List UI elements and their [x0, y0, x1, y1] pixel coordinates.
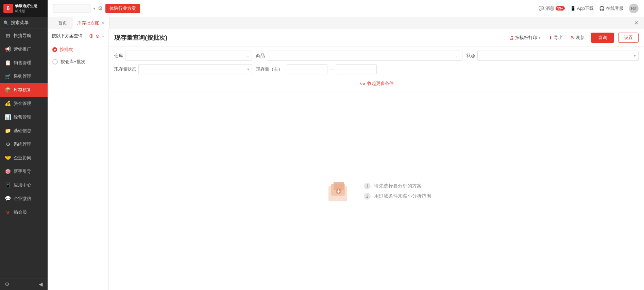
topbar: ▾ ⚙ 体验行业方案 💬 消息 99+ 📱 App下载 🎧 在线客服 Rit	[48, 0, 644, 17]
sidebar-item-operations[interactable]: 📊 经营管理	[0, 110, 48, 124]
qty-separator: —	[329, 67, 334, 72]
sidebar-collapse-icon[interactable]: ◀	[39, 281, 43, 287]
stock-status-field: 现存量状态 ▾	[114, 64, 252, 74]
system-icon: ⚙	[5, 141, 11, 147]
filter-panel: 按以下方案查询 ⊕ ⊙ « 按批次 按仓库+批次	[48, 29, 109, 290]
tab-close-icon[interactable]: ✕	[102, 21, 105, 25]
sidebar-item-purchase[interactable]: 🛒 采购管理	[0, 70, 48, 83]
user-avatar[interactable]: Rit	[629, 4, 639, 13]
topbar-gear-icon[interactable]: ⚙	[98, 5, 103, 12]
warehouse-field: 仓库 ···	[114, 51, 252, 61]
condition-row-1: 仓库 ··· 商品 ··· 状态	[114, 51, 639, 61]
filter-panel-actions: ⊕ ⊙ «	[89, 33, 104, 39]
tab-panel-close: ✕	[634, 20, 639, 26]
condition-row-2: 现存量状态 ▾ 现存量（主） —	[114, 64, 639, 74]
settings-icon[interactable]: ⚙	[5, 281, 9, 287]
panel-close-icon[interactable]: ✕	[634, 20, 639, 26]
brand-text: 畅康通好生意 标准版	[15, 3, 37, 13]
phone-icon: 📱	[570, 6, 576, 11]
sidebar-bottom: ⚙ ◀	[0, 278, 48, 290]
refresh-action-btn[interactable]: ↻ 刷新	[569, 34, 587, 42]
warehouse-dots-icon[interactable]: ···	[245, 53, 249, 58]
sidebar-item-wechat[interactable]: 💬 企业微信	[0, 192, 48, 205]
members-icon: V	[5, 209, 11, 215]
sidebar-item-guide[interactable]: 🎯 新手引导	[0, 165, 48, 178]
add-filter-icon[interactable]: ⊕	[89, 33, 94, 39]
sidebar-item-basics[interactable]: 📁 基础信息	[0, 124, 48, 138]
sales-icon: 📋	[5, 60, 11, 66]
sidebar-item-marketing[interactable]: 📢 营销推广	[0, 42, 48, 56]
content-wrap: 按以下方案查询 ⊕ ⊙ « 按批次 按仓库+批次	[48, 29, 644, 290]
collapse-filter-icon[interactable]: «	[102, 33, 104, 39]
empty-step-1: 1 请先选择要分析的方案	[364, 183, 431, 189]
product-input[interactable]	[267, 51, 462, 61]
stock-status-label: 现存量状态	[114, 66, 136, 72]
sidebar-item-members[interactable]: V 畅会员	[0, 205, 48, 219]
app-download-action[interactable]: 📱 App下载	[570, 5, 594, 12]
settings-button[interactable]: 设置	[618, 33, 639, 43]
sidebar-item-finance[interactable]: 💰 资金管理	[0, 97, 48, 110]
quick-nav-icon: ⊞	[5, 33, 11, 39]
filter-item-by-batch[interactable]: 按批次	[48, 43, 108, 56]
filter-panel-header: 按以下方案查询 ⊕ ⊙ «	[48, 29, 108, 42]
status-select[interactable]	[477, 51, 639, 61]
radio-by-warehouse-batch	[52, 59, 58, 65]
message-icon: 💬	[539, 6, 544, 11]
marketing-icon: 📢	[5, 46, 11, 52]
sidebar-item-enterprise[interactable]: 🤝 企业协同	[0, 151, 48, 165]
collapse-conditions-row[interactable]: ∧∧ 收起更多条件	[114, 78, 639, 88]
product-input-wrap: ···	[267, 51, 462, 61]
topbar-search-input[interactable]	[53, 4, 90, 13]
refresh-icon: ↻	[571, 35, 575, 40]
query-button[interactable]: 查询	[591, 33, 614, 43]
filter-item-by-warehouse-batch[interactable]: 按仓库+批次	[48, 56, 108, 68]
basics-icon: 📁	[5, 128, 11, 134]
stock-qty-max-input[interactable]	[336, 64, 377, 74]
export-icon: ⬆	[549, 35, 553, 40]
stock-status-select-wrap: ▾	[138, 64, 252, 74]
warehouse-input[interactable]	[125, 51, 252, 61]
settings-filter-icon[interactable]: ⊙	[96, 33, 100, 39]
empty-state: 1 请先选择要分析的方案 2 用过滤条件来缩小分析范围	[109, 92, 644, 290]
page-title-bar: 现存量查询(按批次) 🖨 按模板打印 ▾ ⬆ 导出 ↻ 刷新	[109, 29, 644, 47]
empty-illustration	[322, 174, 356, 208]
stock-qty-field: 现存量（主） —	[256, 64, 462, 74]
empty-step-2: 2 用过滤条件来缩小分析范围	[364, 193, 431, 200]
product-dots-icon[interactable]: ···	[456, 53, 460, 58]
search-conditions: 仓库 ··· 商品 ··· 状态	[109, 47, 644, 92]
sidebar-item-inventory[interactable]: 📦 库存核算	[0, 83, 48, 97]
topbar-left: ▾ ⚙ 体验行业方案	[53, 4, 140, 13]
stock-qty-label: 现存量（主）	[256, 66, 283, 72]
topbar-chevron-icon[interactable]: ▾	[93, 6, 95, 11]
sidebar-item-sales[interactable]: 📋 销售管理	[0, 56, 48, 70]
status-label: 状态	[467, 53, 475, 59]
sidebar-item-quick-nav[interactable]: ⊞ 快捷导航	[0, 29, 48, 42]
messages-action[interactable]: 💬 消息 99+	[539, 5, 565, 12]
search-icon: 🔍	[3, 20, 9, 25]
export-action-btn[interactable]: ⬆ 导出	[547, 34, 565, 42]
print-action-btn[interactable]: 🖨 按模板打印 ▾	[507, 34, 543, 42]
product-field: 商品 ···	[256, 51, 462, 61]
tab-inventory-batch[interactable]: 库存批次账 ✕	[72, 17, 110, 29]
stock-status-select[interactable]	[138, 64, 252, 74]
sidebar-item-system[interactable]: ⚙ 系统管理	[0, 138, 48, 151]
online-service-action[interactable]: 🎧 在线客服	[599, 5, 624, 12]
topbar-right: 💬 消息 99+ 📱 App下载 🎧 在线客服 Rit	[539, 4, 639, 13]
warehouse-label: 仓库	[114, 53, 123, 59]
empty-steps: 1 请先选择要分析的方案 2 用过滤条件来缩小分析范围	[364, 183, 431, 200]
product-label: 商品	[256, 53, 265, 59]
sidebar-item-apps[interactable]: 📱 应用中心	[0, 178, 48, 192]
sidebar-search-item[interactable]: 🔍 搜索菜单	[0, 17, 48, 29]
messages-badge: 99+	[556, 6, 565, 11]
sidebar: 6 畅康通好生意 标准版 🔍 搜索菜单 ⊞ 快捷导航 📢 营销推广 📋 销售管理…	[0, 0, 48, 290]
filter-list: 按批次 按仓库+批次	[48, 42, 108, 290]
step-2-num: 2	[364, 193, 371, 200]
guide-icon: 🎯	[5, 168, 11, 175]
tab-home[interactable]: 首页	[53, 17, 72, 29]
tabs-bar: 首页 库存批次账 ✕ ✕	[48, 17, 644, 29]
stock-qty-min-input[interactable]	[287, 64, 327, 74]
status-select-wrap: ▾	[477, 51, 639, 61]
industry-btn[interactable]: 体验行业方案	[105, 4, 140, 13]
page-title: 现存量查询(按批次)	[114, 34, 167, 42]
page-actions: 🖨 按模板打印 ▾ ⬆ 导出 ↻ 刷新 查询 设置	[507, 33, 639, 43]
